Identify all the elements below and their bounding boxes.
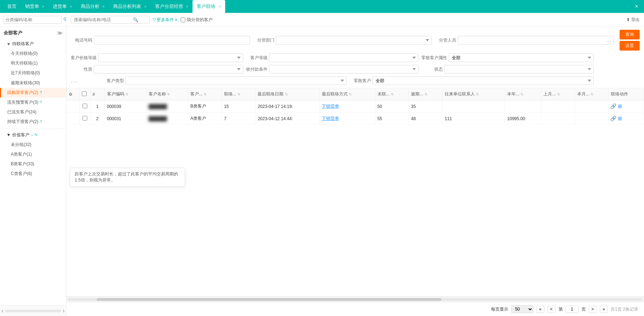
sidebar-declining[interactable]: 持续下滑客户(2) ? <box>0 117 66 127</box>
query-button[interactable]: 查询 <box>620 30 640 39</box>
first-page-btn[interactable]: « <box>536 306 545 313</box>
col-this-year-header[interactable]: 本年... ⇅ <box>505 88 541 100</box>
row1-actions: 🔗 ⊞ <box>609 100 644 112</box>
repurchase-help-icon[interactable]: ? <box>40 90 42 96</box>
col-overdue-header[interactable]: 逾期... ⇅ <box>409 88 443 100</box>
manager-input[interactable] <box>460 38 605 43</box>
payment-select[interactable] <box>269 65 418 74</box>
pending-arrow-icon: ▼ <box>6 42 11 47</box>
manager-more-icon[interactable]: … <box>606 37 611 43</box>
customer-level-select[interactable] <box>269 53 418 62</box>
nav-purchase[interactable]: 进货单 × <box>48 0 76 13</box>
col-name-header[interactable]: 客户名称 ⇅ <box>146 88 188 100</box>
page-input[interactable] <box>566 306 579 313</box>
col-this-month-header[interactable]: 本月... ⇅ <box>575 88 609 100</box>
sidebar-scroll-left[interactable]: ‹ <box>1 307 4 315</box>
sidebar-scroll-right[interactable]: › <box>62 307 65 315</box>
select-all-checkbox[interactable] <box>82 91 87 96</box>
sidebar-value-group: ▼ 价值客户 ○ ✎ 未分组(32) A类客户(1) B类客户(33) C类客户… <box>0 130 66 179</box>
row1-this-month <box>575 100 609 113</box>
close-analysis-list-tab[interactable]: × <box>144 0 146 13</box>
dept-select[interactable] <box>276 36 432 44</box>
sidebar-search-input[interactable] <box>3 16 62 24</box>
row1-checkbox[interactable] <box>79 100 90 113</box>
row2-link-icon[interactable]: 🔗 <box>610 115 616 121</box>
sidebar-tomorrow-pending[interactable]: 明天待联络(1) <box>4 58 66 68</box>
next-page-btn[interactable]: > <box>589 306 597 313</box>
status-select[interactable] <box>444 65 594 74</box>
row2-grid-icon[interactable]: ⊞ <box>618 115 622 121</box>
window-close-btn[interactable]: × <box>632 3 641 10</box>
lost-help-icon[interactable]: ? <box>40 99 42 106</box>
nav-analysis-list[interactable]: 商品分析列表 × <box>109 0 150 13</box>
sidebar-repurchase-abnormal[interactable]: 回购异常客户(2) ? <box>0 88 66 98</box>
value-edit-icon[interactable]: ○ ✎ <box>31 133 38 137</box>
sidebar-value-title[interactable]: ▼ 价值客户 ○ ✎ <box>4 130 66 140</box>
sidebar-b-class[interactable]: B类客户(33) <box>4 159 66 169</box>
my-customers-filter[interactable]: 我分管的客户 <box>181 17 213 23</box>
col-last-date-header[interactable]: 最后联络日期 ⇅ <box>255 88 319 100</box>
row1-last-method[interactable]: 下销货单 <box>319 100 375 113</box>
nav-customer-segment[interactable]: 客户分层经营 × <box>151 0 193 13</box>
customer-type-select[interactable] <box>125 76 347 85</box>
sidebar-c-class[interactable]: C类客户(6) <box>4 169 66 179</box>
export-button[interactable]: ⬆ 导出 <box>626 17 640 23</box>
col-checkbox-header[interactable] <box>79 88 90 100</box>
gender-select[interactable] <box>94 65 243 74</box>
row1-link-icon[interactable]: 🔗 <box>610 103 616 109</box>
col-code-header[interactable]: 客户编码 ⇅ <box>105 88 146 100</box>
retail-attr-select[interactable]: 全部 <box>449 53 594 62</box>
close-contact-tab[interactable]: × <box>218 0 221 13</box>
row2-contact-count: 7 <box>222 113 255 125</box>
settings-button[interactable]: 设置 <box>620 41 640 51</box>
horizontal-scrollbar[interactable] <box>66 296 644 302</box>
sidebar-week-pending[interactable]: 近7天待联络(0) <box>4 68 66 78</box>
col-contact-count-header[interactable]: 联络... ⇅ <box>222 88 255 100</box>
price-level-select[interactable] <box>98 53 243 62</box>
sidebar-a-class[interactable]: A类客户(1) <box>4 150 66 159</box>
col-last-method-header[interactable]: 最后联络方式 ⇅ <box>319 88 375 100</box>
scrollbar-thumb[interactable] <box>97 298 441 301</box>
col-last-month-header[interactable]: 上月... ⇅ <box>541 88 575 100</box>
my-customers-checkbox[interactable] <box>181 18 185 22</box>
row2-last-method[interactable]: 下销货单 <box>319 113 375 125</box>
sidebar-pending-title[interactable]: ▼ 待联络客户 <box>4 39 66 49</box>
declining-help-icon[interactable]: ? <box>40 119 42 125</box>
sidebar-search-icon[interactable]: 🔍 <box>63 17 66 22</box>
sidebar-overdue-pending[interactable]: 逾期未联络(30) <box>4 78 66 88</box>
filter-more-conditions[interactable]: ▽ 更多条件 ∧ <box>153 17 178 23</box>
filter-search-wrapper: 🔍 <box>71 16 150 24</box>
sidebar-ungroup[interactable]: 未分组(32) <box>4 140 66 150</box>
nav-sales[interactable]: 销货单 × <box>21 0 48 13</box>
row2-checkbox[interactable] <box>79 113 90 125</box>
retail-customer-select[interactable]: 全部 <box>372 76 594 85</box>
col-settings[interactable]: ⚙ <box>66 88 79 100</box>
last-page-btn[interactable]: » <box>600 306 608 313</box>
filter-search-icon[interactable]: 🔍 <box>133 17 138 22</box>
nav-analysis[interactable]: 商品分析 × <box>77 0 109 13</box>
sidebar-all-customers-header[interactable]: 全部客户 ≫ <box>0 27 66 39</box>
nav-customer-contact[interactable]: 客户联络 × <box>193 0 225 13</box>
sidebar-already-lost[interactable]: 已流失客户(24) <box>0 107 66 117</box>
prev-page-btn[interactable]: < <box>547 306 556 313</box>
row1-grid-icon[interactable]: ⊞ <box>618 103 622 109</box>
filter-more-dots[interactable]: ... <box>71 77 78 84</box>
col-uncontacted-header[interactable]: 未联... ⇅ <box>375 88 409 100</box>
close-purchase-tab[interactable]: × <box>70 0 72 13</box>
per-page-select[interactable]: 50 <box>511 305 533 313</box>
close-segment-tab[interactable]: × <box>186 0 188 13</box>
col-company-contact-header[interactable]: 往来单位联系人 ⇅ <box>443 88 505 100</box>
sidebar-collapse-icon[interactable]: ≫ <box>57 30 62 36</box>
sidebar-today-pending[interactable]: 今天待联络(0) <box>4 49 66 58</box>
scrollbar-track[interactable] <box>68 298 643 301</box>
nav-home[interactable]: 首页 <box>3 0 21 13</box>
row1-name-blurred: ██████ <box>149 104 167 109</box>
phone-input[interactable] <box>94 36 250 44</box>
sidebar-lost-warning[interactable]: 流失预警客户(3) ? <box>0 98 66 107</box>
close-sales-tab[interactable]: × <box>42 0 44 13</box>
row1-uncontacted: 50 <box>375 100 409 113</box>
col-type-header[interactable]: 客户... ⇅ <box>188 88 222 100</box>
close-analysis-tab[interactable]: × <box>102 0 105 13</box>
filter-search-input[interactable] <box>74 17 131 22</box>
filter-gender: 性质 <box>71 65 243 74</box>
